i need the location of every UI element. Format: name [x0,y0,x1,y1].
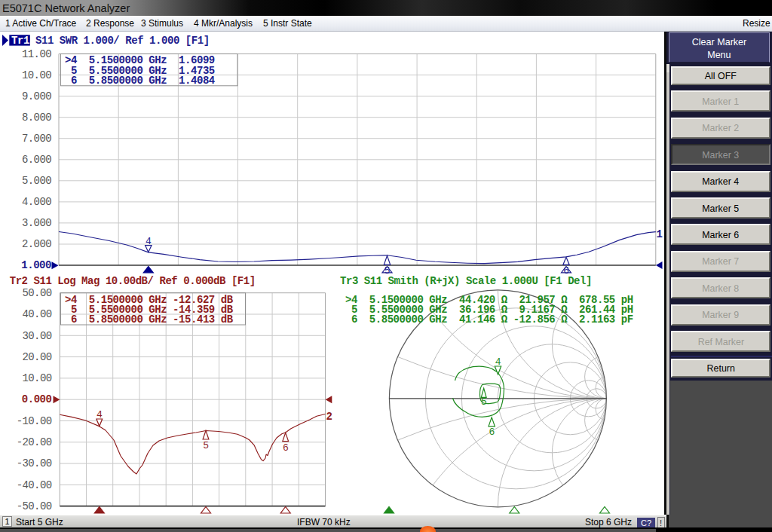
svg-text:6: 6 [283,442,288,454]
svg-text:Tr1: Tr1 [11,35,29,47]
svg-text:6 5.8500000 GHz 41.146 Ω -12: 6 5.8500000 GHz 41.146 Ω -12.856 Ω 2.116… [345,313,633,326]
svg-text:-10.00: -10.00 [17,415,52,427]
svg-text:0.000: 0.000 [22,393,52,405]
svg-text:3.000: 3.000 [22,217,51,229]
svg-text:40.00: 40.00 [22,308,51,320]
svg-text:Tr3 S11 Smith (R+jX) Scale 1.0: Tr3 S11 Smith (R+jX) Scale 1.000U [F1 De… [340,275,592,287]
svg-text:-40.00: -40.00 [17,479,52,491]
svg-text:2: 2 [326,411,332,423]
svg-text:6 5.8500000 GHz -15.413 dB: 6 5.8500000 GHz -15.413 dB [65,313,234,326]
svg-text:1: 1 [657,228,663,240]
svg-text:1.000: 1.000 [21,259,51,271]
svg-text:20.00: 20.00 [22,351,51,363]
svg-text:2.000: 2.000 [22,238,51,250]
svg-text:6.000: 6.000 [22,154,51,166]
svg-text:-20.00: -20.00 [17,436,52,448]
svg-text:4.000: 4.000 [22,196,51,208]
svg-text:6: 6 [489,427,495,438]
svg-text:10.00: 10.00 [22,69,51,81]
svg-text:11.00: 11.00 [22,48,51,60]
svg-text:5.000: 5.000 [22,175,51,187]
svg-text:6 5.8500000 GHz 1.4084: 6 5.8500000 GHz 1.4084 [65,75,215,87]
svg-text:5: 5 [481,396,486,408]
svg-text:50.00: 50.00 [22,287,51,299]
svg-text:10.00: 10.00 [22,372,51,384]
svg-text:-50.00: -50.00 [17,500,52,512]
svg-text:30.00: 30.00 [22,330,51,342]
svg-text:S11 SWR 1.000/ Ref 1.000 [F1]: S11 SWR 1.000/ Ref 1.000 [F1] [35,35,210,47]
svg-text:-30.00: -30.00 [17,457,52,469]
svg-text:4: 4 [495,356,501,368]
svg-text:Tr2 S11 Log Mag 10.00dB/ Ref 0: Tr2 S11 Log Mag 10.00dB/ Ref 0.000dB [F1… [10,275,256,287]
svg-text:5: 5 [203,440,208,451]
svg-text:9.000: 9.000 [22,90,51,102]
svg-text:7.000: 7.000 [22,133,51,145]
svg-text:8.000: 8.000 [22,112,51,124]
